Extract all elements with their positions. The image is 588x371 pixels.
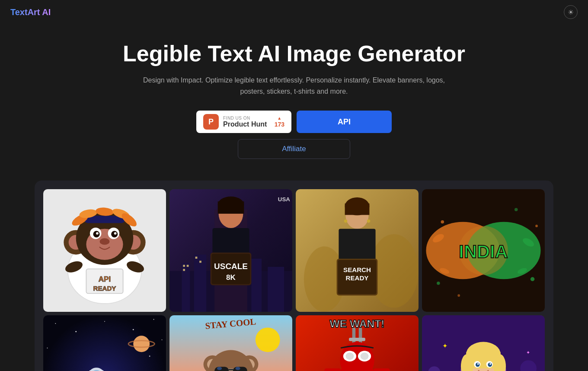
ph-upvote-icon: ▲ xyxy=(277,116,281,120)
svg-text:READY: READY xyxy=(346,274,369,282)
gallery-item-search[interactable]: SEARCH READY xyxy=(296,189,419,312)
svg-text:USA: USA xyxy=(278,197,290,203)
svg-point-68 xyxy=(437,282,440,285)
svg-point-161 xyxy=(477,363,479,365)
svg-rect-36 xyxy=(199,261,201,263)
cta-buttons-row: P FIND US ON Product Hunt ▲ 173 API xyxy=(9,111,579,133)
svg-rect-35 xyxy=(195,257,198,259)
gallery-item-deadpool[interactable]: WE WANT! xyxy=(296,315,419,371)
product-hunt-button[interactable]: P FIND US ON Product Hunt ▲ 173 xyxy=(196,111,291,133)
svg-rect-31 xyxy=(268,267,284,312)
theme-toggle-button[interactable]: ☀ xyxy=(564,5,578,19)
svg-point-111 xyxy=(217,367,222,371)
gallery-item-monkey[interactable]: API READY xyxy=(43,189,166,312)
svg-point-12 xyxy=(96,232,99,235)
svg-point-69 xyxy=(457,295,460,297)
svg-point-66 xyxy=(530,277,534,281)
ph-name-label: Product Hunt xyxy=(223,120,267,128)
affiliate-button[interactable]: Affiliate xyxy=(238,139,350,159)
svg-rect-29 xyxy=(194,255,206,312)
logo[interactable]: TextArt AI xyxy=(10,7,51,17)
svg-point-76 xyxy=(55,323,56,324)
sun-icon: ☀ xyxy=(568,8,574,16)
svg-rect-32 xyxy=(183,265,185,267)
gallery-item-girl[interactable]: VOTE ✦ ✦ ✦ xyxy=(422,315,545,371)
svg-point-59 xyxy=(367,219,371,223)
svg-point-131 xyxy=(345,353,354,360)
svg-point-112 xyxy=(235,367,240,371)
hero-title: Legible Text AI Image Generator xyxy=(9,41,579,66)
ph-text-block: FIND US ON Product Hunt xyxy=(223,116,267,128)
svg-text:API: API xyxy=(99,275,111,283)
gallery-item-india[interactable]: INDIA xyxy=(422,189,545,312)
gallery-grid: API READY xyxy=(43,189,545,371)
svg-point-65 xyxy=(441,220,444,224)
svg-point-162 xyxy=(489,363,491,365)
svg-text:READY: READY xyxy=(93,285,116,292)
gallery-item-uscale[interactable]: USCALE 8K USA xyxy=(169,189,292,312)
hero-section: Legible Text AI Image Generator Design w… xyxy=(0,24,588,172)
svg-point-58 xyxy=(344,219,348,223)
svg-rect-126 xyxy=(349,338,365,341)
svg-rect-40 xyxy=(218,202,244,214)
svg-rect-123 xyxy=(374,368,390,371)
header: TextArt AI ☀ xyxy=(0,0,588,24)
svg-point-78 xyxy=(104,321,105,322)
svg-rect-33 xyxy=(183,269,185,271)
svg-text:SEARCH: SEARCH xyxy=(343,266,371,274)
svg-point-14 xyxy=(100,238,110,245)
svg-point-70 xyxy=(514,208,518,212)
gallery-item-bear[interactable]: STAY COOL xyxy=(169,315,292,371)
svg-point-67 xyxy=(535,225,538,228)
svg-text:USCALE: USCALE xyxy=(214,262,248,271)
svg-point-81 xyxy=(162,339,163,340)
svg-rect-28 xyxy=(182,263,190,312)
svg-point-82 xyxy=(47,348,48,349)
api-button[interactable]: API xyxy=(297,111,392,133)
svg-text:INDIA: INDIA xyxy=(459,241,508,262)
ph-votes-block: ▲ 173 xyxy=(275,116,284,128)
svg-point-79 xyxy=(133,329,134,330)
svg-rect-52 xyxy=(345,204,370,216)
svg-point-83 xyxy=(149,356,150,357)
gallery-item-space[interactable]: I NEED MORE xyxy=(43,315,166,371)
svg-text:8K: 8K xyxy=(226,274,236,282)
svg-rect-122 xyxy=(324,368,341,371)
gallery-container: API READY xyxy=(35,181,553,371)
svg-rect-30 xyxy=(251,259,262,312)
svg-text:✦: ✦ xyxy=(442,342,448,349)
svg-point-84 xyxy=(133,336,150,352)
ph-logo-icon: P xyxy=(203,114,219,130)
svg-point-13 xyxy=(114,232,117,235)
ph-vote-count: 173 xyxy=(275,121,284,128)
hero-subtitle: Design with Impact. Optimize legible tex… xyxy=(143,75,445,97)
svg-point-77 xyxy=(75,331,77,333)
svg-rect-34 xyxy=(187,265,189,267)
svg-text:✦: ✦ xyxy=(526,350,530,355)
svg-point-132 xyxy=(361,353,369,360)
svg-point-80 xyxy=(153,319,154,320)
ph-find-us-label: FIND US ON xyxy=(223,116,250,120)
svg-point-96 xyxy=(256,328,280,352)
svg-text:WE WANT!: WE WANT! xyxy=(329,318,384,330)
svg-rect-110 xyxy=(228,369,233,371)
